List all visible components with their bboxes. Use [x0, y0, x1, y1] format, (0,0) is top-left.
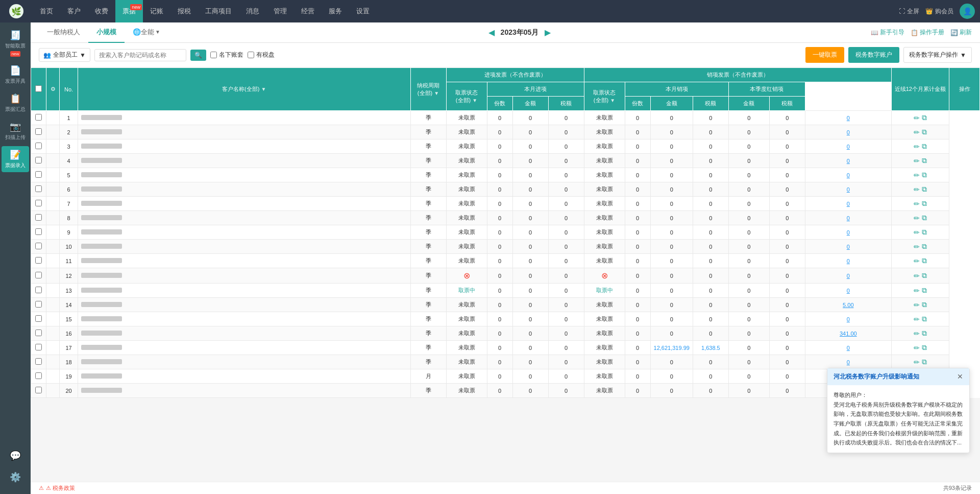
- cumulative-value[interactable]: 0: [847, 229, 850, 236]
- edit-btn[interactable]: ✏: [914, 128, 920, 136]
- period-prev-btn[interactable]: ◀: [488, 28, 495, 37]
- copy-btn[interactable]: ⧉: [922, 358, 927, 366]
- edit-btn[interactable]: ✏: [914, 343, 920, 352]
- copy-btn[interactable]: ⧉: [922, 242, 927, 251]
- under-account-check[interactable]: [210, 52, 217, 58]
- has-tax-disk-check[interactable]: [248, 52, 254, 58]
- cumulative-value[interactable]: 0: [847, 258, 850, 264]
- row-checkbox[interactable]: [35, 287, 42, 293]
- cumulative-value[interactable]: 0: [847, 129, 850, 135]
- tab-general-taxpayer[interactable]: 一般纳税人: [39, 22, 88, 43]
- cumulative-value[interactable]: 0: [847, 359, 850, 365]
- notification-close-btn[interactable]: ✕: [957, 372, 963, 381]
- cumulative-value[interactable]: 5.00: [843, 302, 853, 308]
- under-account-checkbox[interactable]: 名下账套: [210, 51, 243, 59]
- row-checkbox[interactable]: [35, 185, 42, 192]
- one-click-ticket-btn[interactable]: 一键取票: [805, 47, 844, 63]
- manual-btn[interactable]: 📋 操作手册: [911, 28, 944, 37]
- nav-operation[interactable]: 经营: [294, 0, 322, 22]
- copy-btn[interactable]: ⧉: [922, 185, 927, 194]
- sidebar-item-settings-bottom[interactable]: ⚙️: [2, 468, 29, 486]
- select-all-checkbox[interactable]: [35, 85, 42, 92]
- row-checkbox[interactable]: [35, 301, 42, 308]
- fullscreen-btn[interactable]: ⛶ 全屏: [899, 7, 919, 16]
- search-button[interactable]: 🔍: [190, 50, 206, 61]
- tax-policy-link[interactable]: ⚠ ⚠ 税务政策: [39, 484, 75, 492]
- nav-home[interactable]: 首页: [33, 0, 60, 22]
- nav-message[interactable]: 消息: [239, 0, 266, 22]
- nav-accounting[interactable]: 记账: [143, 0, 170, 22]
- sidebar-item-invoice-entry[interactable]: 📝 票据录入: [2, 146, 29, 172]
- copy-btn[interactable]: ⧉: [922, 315, 927, 323]
- row-checkbox[interactable]: [35, 330, 42, 336]
- tab-small-scale[interactable]: 小规模: [88, 22, 125, 43]
- tax-digital-operations-btn[interactable]: 税务数字账户操作 ▼: [903, 47, 972, 63]
- cumulative-value[interactable]: 0: [847, 316, 850, 322]
- copy-btn[interactable]: ⧉: [922, 128, 927, 136]
- copy-btn[interactable]: ⧉: [922, 343, 927, 352]
- tax-digital-account-btn[interactable]: 税务数字账户: [848, 47, 899, 63]
- row-checkbox[interactable]: [35, 200, 42, 206]
- row-checkbox[interactable]: [35, 114, 42, 121]
- edit-btn[interactable]: ✏: [914, 142, 920, 151]
- search-input[interactable]: [94, 49, 186, 61]
- row-checkbox[interactable]: [35, 243, 42, 249]
- edit-btn[interactable]: ✏: [914, 329, 920, 338]
- edit-btn[interactable]: ✏: [914, 256, 920, 265]
- nav-customer[interactable]: 客户: [60, 0, 88, 22]
- copy-btn[interactable]: ⧉: [922, 113, 927, 122]
- row-checkbox[interactable]: [35, 272, 42, 278]
- edit-btn[interactable]: ✏: [914, 242, 920, 251]
- row-checkbox[interactable]: [35, 228, 42, 235]
- nav-management[interactable]: 管理: [266, 0, 294, 22]
- edit-btn[interactable]: ✏: [914, 315, 920, 323]
- row-checkbox[interactable]: [35, 128, 42, 135]
- copy-btn[interactable]: ⧉: [922, 228, 927, 237]
- edit-btn[interactable]: ✏: [914, 156, 920, 165]
- row-checkbox[interactable]: [35, 372, 42, 379]
- row-checkbox[interactable]: [35, 387, 42, 393]
- copy-btn[interactable]: ⧉: [922, 271, 927, 280]
- edit-btn[interactable]: ✏: [914, 228, 920, 237]
- row-checkbox[interactable]: [35, 143, 42, 149]
- row-checkbox[interactable]: [35, 315, 42, 322]
- has-tax-disk-checkbox[interactable]: 有税盘: [248, 51, 275, 59]
- sidebar-item-scan-upload[interactable]: 📷 扫描上传: [2, 118, 29, 144]
- copy-btn[interactable]: ⧉: [922, 300, 927, 309]
- cumulative-value[interactable]: 0: [847, 215, 850, 221]
- edit-btn[interactable]: ✏: [914, 171, 920, 179]
- sidebar-item-smart-ticket[interactable]: 🧾 智能取票 new: [2, 27, 29, 60]
- cumulative-value[interactable]: 341.00: [840, 331, 857, 337]
- cumulative-value[interactable]: 0: [847, 186, 850, 193]
- sidebar-item-issue-invoice[interactable]: 📄 发票开具: [2, 62, 29, 88]
- cumulative-value[interactable]: 0: [847, 115, 850, 121]
- copy-btn[interactable]: ⧉: [922, 286, 927, 295]
- row-checkbox[interactable]: [35, 214, 42, 221]
- row-checkbox[interactable]: [35, 358, 42, 365]
- cumulative-value[interactable]: 0: [847, 144, 850, 150]
- employee-select[interactable]: 👥 全部员工 ▼: [39, 48, 90, 62]
- user-avatar[interactable]: 👤: [960, 4, 975, 19]
- edit-btn[interactable]: ✏: [914, 214, 920, 222]
- edit-btn[interactable]: ✏: [914, 358, 920, 366]
- edit-btn[interactable]: ✏: [914, 286, 920, 295]
- copy-btn[interactable]: ⧉: [922, 142, 927, 151]
- copy-btn[interactable]: ⧉: [922, 171, 927, 179]
- copy-btn[interactable]: ⧉: [922, 156, 927, 165]
- nav-business[interactable]: 工商项目: [198, 0, 239, 22]
- edit-btn[interactable]: ✏: [914, 185, 920, 194]
- copy-btn[interactable]: ⧉: [922, 214, 927, 222]
- cumulative-value[interactable]: 0: [847, 158, 850, 164]
- cumulative-value[interactable]: 0: [847, 345, 850, 351]
- sidebar-item-invoice-summary[interactable]: 📋 票据汇总: [2, 90, 29, 116]
- edit-btn[interactable]: ✏: [914, 199, 920, 208]
- refresh-btn[interactable]: 🔄 刷新: [950, 28, 972, 37]
- row-checkbox[interactable]: [35, 257, 42, 264]
- edit-btn[interactable]: ✏: [914, 113, 920, 122]
- nav-settings[interactable]: 设置: [349, 0, 377, 22]
- nav-invoice[interactable]: 票据 new: [115, 0, 143, 22]
- cumulative-value[interactable]: 0: [847, 244, 850, 250]
- copy-btn[interactable]: ⧉: [922, 329, 927, 338]
- cumulative-value[interactable]: 0: [847, 172, 850, 178]
- nav-billing[interactable]: 收费: [88, 0, 115, 22]
